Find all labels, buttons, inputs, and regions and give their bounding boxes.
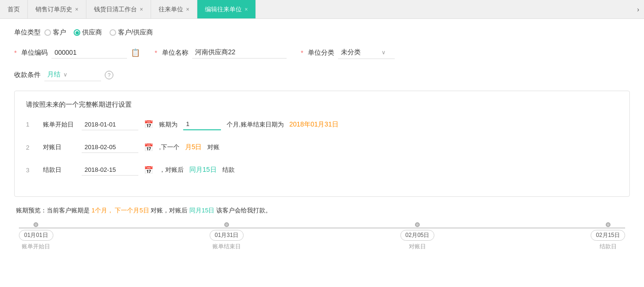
payment-condition-label: 收款条件: [14, 71, 41, 79]
tab-more-button[interactable]: ›: [632, 0, 644, 18]
close-partner-unit[interactable]: ×: [186, 6, 189, 13]
period-input[interactable]: [183, 118, 221, 130]
timeline-pill-2: 01月31日: [210, 230, 244, 241]
timeline-dot-3: [415, 222, 420, 227]
chevron-right-icon: ›: [637, 6, 639, 13]
reconcile-label: 对账日: [43, 143, 76, 152]
radio-customer[interactable]: 客户: [44, 28, 66, 37]
section-title: 请按照未来的一个完整帐期进行设置: [26, 101, 618, 109]
preview-part4: 同月15日: [189, 207, 214, 214]
timeline-dot-4: [606, 222, 610, 227]
unit-code-star: *: [14, 49, 17, 57]
unit-code-input[interactable]: [51, 47, 127, 59]
timeline-pill-3: 02月05日: [400, 230, 435, 241]
unit-name-field: * 单位名称: [154, 47, 286, 59]
row-num-2: 2: [26, 144, 37, 151]
unit-category-label: 单位分类: [308, 49, 334, 57]
close-cash-work[interactable]: ×: [140, 6, 143, 13]
reconcile-suffix: 对账: [207, 143, 220, 152]
calendar-icon-3[interactable]: 📅: [144, 166, 153, 175]
period-prefix: 账期为: [159, 120, 178, 129]
tab-bar: 首页 销售订单历史 × 钱货日清工作台 × 往来单位 × 编辑往来单位 × ›: [0, 0, 644, 19]
unit-type-row: 单位类型 客户 供应商 客户/供应商: [14, 28, 630, 37]
radio-customer-circle: [44, 29, 51, 36]
billing-start-row: 1 账单开始日 📅 账期为 个月,账单结束日期为 2018年01月31日: [26, 118, 618, 130]
payment-condition-value: 月结: [47, 70, 60, 79]
radio-both-label: 客户/供应商: [118, 28, 153, 37]
unit-type-label: 单位类型: [14, 28, 41, 37]
calendar-icon-2[interactable]: 📅: [144, 143, 153, 152]
radio-both[interactable]: 客户/供应商: [110, 28, 153, 37]
timeline-label-2: 账单结束日: [212, 243, 241, 251]
unit-type-field: 单位类型 客户 供应商 客户/供应商: [14, 28, 153, 37]
unit-name-label: 单位名称: [162, 49, 188, 57]
reconcile-prefix: ,下一个: [159, 143, 179, 152]
payment-row: 3 结款日 📅 ，对账后 同月15日 结款: [26, 164, 618, 176]
help-icon[interactable]: ?: [105, 71, 113, 79]
unit-category-select[interactable]: 未分类 ∨: [338, 46, 395, 59]
timeline: 01月01日 账单开始日 01月31日 账单结束日 02月05日 对账日: [19, 222, 625, 251]
tab-cash-work[interactable]: 钱货日清工作台 ×: [86, 0, 151, 18]
payment-condition-field: 收款条件 月结 ∨ ?: [14, 68, 113, 81]
row-num-1: 1: [26, 121, 37, 128]
unit-category-value: 未分类: [341, 48, 379, 57]
timeline-line: [19, 228, 625, 228]
row-num-3: 3: [26, 167, 37, 174]
billing-start-date[interactable]: [82, 119, 138, 130]
radio-supplier[interactable]: 供应商: [74, 28, 102, 37]
preview-label: 账期预览：当前客户账期是: [16, 207, 90, 214]
calendar-icon-1[interactable]: 📅: [144, 120, 153, 129]
unit-name-input[interactable]: [192, 47, 287, 59]
tab-edit-partner[interactable]: 编辑往来单位 ×: [197, 0, 256, 18]
tab-sales-history[interactable]: 销售订单历史 ×: [28, 0, 86, 18]
timeline-label-3: 对账日: [409, 243, 426, 251]
timeline-label-1: 账单开始日: [22, 243, 50, 251]
unit-category-arrow: ∨: [381, 49, 386, 56]
tab-home[interactable]: 首页: [0, 0, 28, 18]
billing-end-date-highlight: 2018年01月31日: [289, 120, 339, 129]
timeline-node-3: 02月05日 对账日: [400, 222, 435, 251]
preview-section: 账期预览：当前客户账期是 1个月， 下一个月5日 对账，对账后 同月15日 该客…: [14, 206, 630, 215]
payment-label: 结款日: [43, 166, 76, 174]
timeline-pill-4: 02月15日: [591, 230, 625, 241]
unit-info-row: * 单位编码 📋 * 单位名称 * 单位分类 未分类 ∨: [14, 46, 630, 59]
timeline-dot-2: [224, 222, 229, 227]
close-sales-history[interactable]: ×: [75, 6, 78, 13]
unit-category-field: * 单位分类 未分类 ∨: [301, 46, 395, 59]
period-mid: 个月,账单结束日期为: [227, 120, 284, 129]
billing-start-label: 账单开始日: [43, 120, 76, 129]
payment-condition-select[interactable]: 月结 ∨: [44, 68, 101, 81]
preview-part5: 该客户会给我打款。: [216, 207, 271, 214]
unit-code-field: * 单位编码 📋: [14, 47, 140, 59]
preview-part2: 下一个月5日: [115, 207, 149, 214]
timeline-pill-1: 01月01日: [19, 230, 53, 241]
payment-suffix: 结款: [222, 166, 235, 174]
unit-category-star: *: [301, 49, 303, 57]
timeline-node-2: 01月31日 账单结束日: [210, 222, 244, 251]
tab-partner-unit[interactable]: 往来单位 ×: [151, 0, 197, 18]
payment-condition-arrow: ∨: [63, 71, 68, 78]
timeline-container: 01月01日 账单开始日 01月31日 账单结束日 02月05日 对账日: [14, 222, 630, 251]
payment-date[interactable]: [82, 164, 138, 176]
radio-customer-label: 客户: [53, 28, 66, 37]
unit-code-label: 单位编码: [21, 49, 48, 57]
reconcile-row: 2 对账日 📅 ,下一个 月5日 对账: [26, 142, 618, 153]
radio-group-unit-type: 客户 供应商 客户/供应商: [44, 28, 153, 37]
copy-icon[interactable]: 📋: [131, 48, 140, 57]
reconcile-highlight: 月5日: [185, 143, 202, 152]
payment-prefix: ，对账后: [159, 166, 184, 174]
timeline-label-4: 结款日: [600, 243, 617, 251]
preview-part3: 对账，对账后: [151, 207, 189, 214]
main-content: 单位类型 客户 供应商 客户/供应商 * 单位编码: [0, 19, 644, 287]
radio-supplier-label: 供应商: [82, 28, 102, 37]
payment-condition-row: 收款条件 月结 ∨ ?: [14, 68, 630, 81]
close-edit-partner[interactable]: ×: [245, 6, 248, 13]
timeline-node-4: 02月15日 结款日: [591, 222, 625, 251]
reconcile-date[interactable]: [82, 142, 138, 153]
billing-section: 请按照未来的一个完整帐期进行设置 1 账单开始日 📅 账期为 个月,账单结束日期…: [14, 91, 630, 197]
radio-supplier-circle: [74, 29, 80, 36]
preview-part1: 1个月，: [92, 207, 113, 214]
payment-highlight: 同月15日: [189, 166, 217, 174]
radio-both-circle: [110, 29, 116, 36]
timeline-dot-1: [34, 222, 38, 227]
